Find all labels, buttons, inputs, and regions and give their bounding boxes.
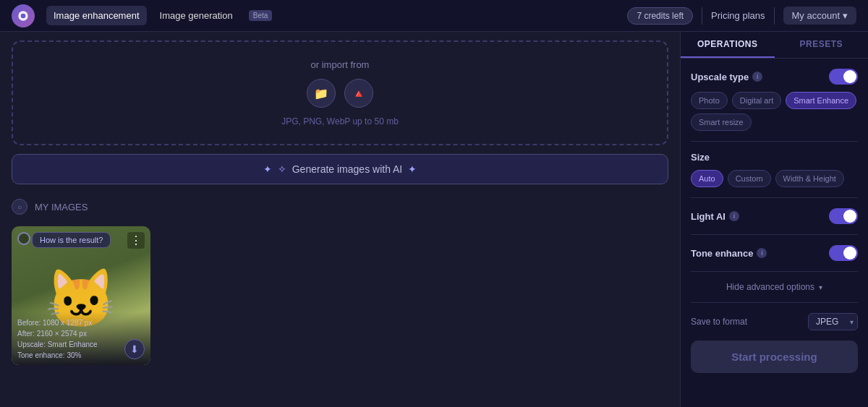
upload-icon-row: 📁 🔺 [307, 79, 373, 108]
tone-enhance-label: Tone enhance i [691, 248, 767, 259]
account-label: My account [792, 10, 840, 21]
upload-folder-button[interactable]: 📁 [307, 79, 336, 108]
upscale-type-chips: Photo Digital art Smart Enhance Smart re… [691, 92, 858, 131]
before-label: Before: [17, 319, 41, 327]
tone-enhance-info-icon[interactable]: i [757, 248, 767, 258]
upload-hint: JPG, PNG, WebP up to 50 mb [281, 116, 399, 127]
download-icon: ⬇ [130, 343, 139, 355]
before-value: 1080 x 1287 px [43, 319, 92, 327]
svg-point-1 [21, 13, 26, 18]
download-button[interactable]: ⬇ [124, 339, 145, 359]
operations-panel: Upscale type i Photo Digital art Smart E… [681, 59, 868, 407]
chip-auto[interactable]: Auto [691, 170, 723, 187]
start-processing-button[interactable]: Start processing [691, 340, 858, 373]
light-ai-label: Light AI i [691, 211, 739, 222]
chip-photo[interactable]: Photo [691, 92, 728, 109]
upload-zone[interactable]: or import from 📁 🔺 JPG, PNG, WebP up to … [12, 40, 668, 145]
sparkle-left-icon: ✦ [263, 163, 272, 175]
tone-enhance-toggle[interactable] [829, 245, 858, 261]
generate-btn-label: Generate images with AI [292, 163, 403, 175]
images-grid: How is the result? ⋮ Before: 1080 x 1287… [12, 226, 668, 365]
card-more-button[interactable]: ⋮ [127, 232, 145, 249]
image-card[interactable]: How is the result? ⋮ Before: 1080 x 1287… [12, 226, 150, 365]
nav-image-enhancement[interactable]: Image enhancement [46, 6, 147, 25]
size-section: Size Auto Custom Width & Height [691, 152, 858, 187]
nav-divider [702, 7, 702, 25]
beta-badge: Beta [249, 10, 273, 21]
advanced-options-label: Hide advanced options [726, 282, 814, 292]
size-label: Size [691, 152, 858, 163]
format-row: Save to format JPEG PNG WebP [691, 313, 858, 330]
format-select-wrap: JPEG PNG WebP [808, 313, 858, 330]
upscale-type-row: Upscale type i [691, 69, 858, 85]
my-images-label: MY IMAGES [35, 202, 88, 213]
upscale-type-label: Upscale type i [691, 72, 762, 82]
card-after: After: 2160 × 2574 px [17, 328, 145, 339]
divider-2 [691, 197, 858, 198]
upscale-type-section: Upscale type i Photo Digital art Smart E… [691, 69, 858, 131]
upload-or-label: or import from [311, 59, 370, 70]
my-images-header[interactable]: ○ MY IMAGES [12, 194, 668, 219]
main-layout: or import from 📁 🔺 JPG, PNG, WebP up to … [0, 32, 868, 407]
pricing-link[interactable]: Pricing plans [711, 10, 765, 21]
card-before: Before: 1080 x 1287 px [17, 317, 145, 328]
collapse-images-button[interactable]: ○ [12, 199, 27, 215]
generate-ai-button[interactable]: ✦ ✧ Generate images with AI ✦ [12, 154, 668, 184]
divider-5 [691, 302, 858, 303]
size-chips: Auto Custom Width & Height [691, 170, 858, 187]
tabs-row: OPERATIONS PRESETS [681, 32, 868, 59]
card-tooltip: How is the result? [32, 232, 111, 248]
nav-divider-2 [774, 7, 775, 25]
my-images-section: ○ MY IMAGES How is the result? ⋮ Before:… [12, 194, 668, 365]
card-select-checkbox[interactable] [17, 232, 30, 245]
folder-icon: 📁 [314, 87, 328, 100]
after-label: After: [17, 330, 35, 338]
divider-4 [691, 271, 858, 272]
format-select[interactable]: JPEG PNG WebP [808, 313, 858, 330]
light-ai-info-icon[interactable]: i [729, 211, 739, 221]
navbar: Image enhancement Image generation Beta … [0, 0, 868, 32]
divider-1 [691, 141, 858, 142]
upload-drive-button[interactable]: 🔺 [344, 79, 373, 108]
tone-enhance-row: Tone enhance i [691, 245, 858, 261]
chip-smart-resize[interactable]: Smart resize [691, 113, 752, 131]
credits-badge[interactable]: 7 credits left [627, 7, 693, 25]
chip-digital-art[interactable]: Digital art [732, 92, 781, 109]
light-ai-toggle[interactable] [829, 208, 858, 224]
after-value: 2160 × 2574 px [37, 330, 87, 338]
sparkle-icon: ✧ [278, 163, 286, 175]
chevron-down-icon: ▾ [843, 10, 848, 21]
light-ai-row: Light AI i [691, 208, 858, 224]
logo[interactable] [12, 4, 35, 27]
nav-links: Image enhancement Image generation Beta [46, 6, 272, 25]
chip-width-height[interactable]: Width & Height [775, 170, 844, 187]
advanced-options-row[interactable]: Hide advanced options ▾ [691, 282, 858, 292]
nav-image-generation[interactable]: Image generation [153, 6, 240, 25]
tab-operations[interactable]: OPERATIONS [681, 32, 775, 58]
chip-smart-enhance[interactable]: Smart Enhance [786, 92, 856, 109]
divider-3 [691, 234, 858, 235]
chip-custom[interactable]: Custom [728, 170, 771, 187]
upscale-type-toggle[interactable] [829, 69, 858, 85]
drive-icon: 🔺 [352, 87, 366, 100]
tab-presets[interactable]: PRESETS [775, 32, 869, 58]
right-panel: OPERATIONS PRESETS Upscale type i Photo … [680, 32, 868, 407]
left-panel: or import from 📁 🔺 JPG, PNG, WebP up to … [0, 32, 680, 407]
upscale-info-icon[interactable]: i [752, 72, 762, 82]
chevron-up-icon: ▾ [819, 283, 822, 291]
sparkle-right-icon: ✦ [408, 163, 417, 175]
format-label: Save to format [691, 317, 747, 327]
nav-right: 7 credits left Pricing plans My account … [627, 7, 856, 25]
account-button[interactable]: My account ▾ [783, 7, 856, 25]
circle-icon: ○ [17, 203, 22, 211]
